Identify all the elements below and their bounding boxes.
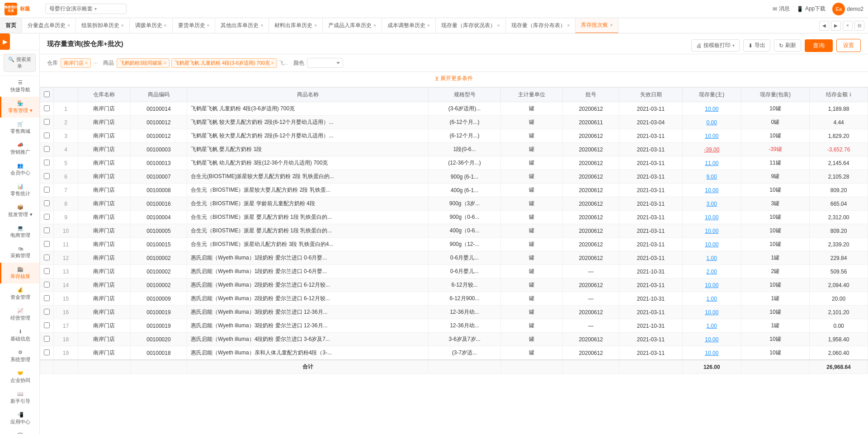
refresh-btn[interactable]: ↻ 刷新 (774, 39, 801, 52)
row-checkbox[interactable] (44, 105, 50, 111)
row-checkbox[interactable] (44, 336, 50, 342)
row-checkbox[interactable] (44, 214, 50, 220)
print-btn[interactable]: 🖨 按模板打印 ▾ (691, 39, 740, 52)
cell-stock-main[interactable]: 1.00 (682, 292, 741, 306)
tabs-menu-btn[interactable]: ⊟ (854, 21, 864, 31)
tab-10[interactable]: 现存量（库存分布表） × (506, 18, 576, 33)
row-checkbox[interactable] (44, 173, 50, 179)
tab-4-close[interactable]: × (207, 23, 210, 28)
sidebar-item-finance[interactable]: 💰 资金管理 (0, 283, 39, 304)
cell-stock-main[interactable]: 1.00 (682, 319, 741, 333)
tabs-prev-btn[interactable]: ◀ (819, 21, 829, 31)
cell-stock-main[interactable]: -39.00 (682, 143, 741, 156)
tab-8-close[interactable]: × (427, 23, 430, 28)
tabs-next-btn[interactable]: ▶ (831, 21, 841, 31)
balance-info-icon[interactable]: ℹ (849, 92, 851, 97)
cell-stock-main[interactable]: 10.00 (682, 102, 741, 116)
row-checkbox[interactable] (44, 255, 50, 260)
product-tag-2-close[interactable]: × (271, 61, 274, 66)
sidebar-item-retail[interactable]: 🏪 零售管理 ▾ (0, 97, 39, 118)
tab-3[interactable]: 调拨单历史 × (130, 18, 173, 33)
app-download-btn[interactable]: 📱 App下载 (797, 5, 826, 13)
export-btn[interactable]: ⬇ 导出 (743, 39, 770, 52)
cell-stock-main[interactable]: 10.00 (682, 211, 741, 224)
company-select[interactable]: 母婴行业演示账套 ▾ (45, 4, 127, 14)
tab-5-close[interactable]: × (260, 23, 263, 28)
cell-stock-main[interactable]: 10.00 (682, 238, 741, 251)
color-select[interactable] (307, 58, 343, 68)
tab-1[interactable]: 分量盘点单历史 × (22, 18, 76, 33)
warehouse-tag-1[interactable]: 南岸门店 × (61, 58, 91, 68)
cell-stock-main[interactable]: 2.00 (682, 265, 741, 278)
sidebar-item-purchase[interactable]: 🛍 采购管理 (0, 242, 39, 263)
tab-6-close[interactable]: × (314, 23, 317, 28)
product-tag-2[interactable]: 飞鹤星飞帆 儿童奶粉 4段(3-6岁适用) 700克 × (171, 58, 277, 68)
sidebar-item-operations[interactable]: 📈 经营管理 (0, 304, 39, 325)
sidebar-item-mall[interactable]: 🛒 零售商城 (0, 118, 39, 138)
cell-stock-main[interactable]: 11.00 (682, 156, 741, 170)
user-area[interactable]: Ea demo2 (832, 3, 863, 15)
row-checkbox[interactable] (44, 160, 50, 165)
row-checkbox[interactable] (44, 322, 50, 328)
settings-btn[interactable]: 设置 (836, 39, 861, 52)
warehouse-tag-1-close[interactable]: × (85, 61, 88, 66)
cell-stock-main[interactable]: 10.00 (682, 184, 741, 197)
product-tag-1-close[interactable]: × (164, 61, 166, 66)
tab-3-close[interactable]: × (164, 23, 167, 28)
tab-9-close[interactable]: × (497, 23, 500, 28)
product-tag-1[interactable]: 飞鹤奶粉3段同罐装 × (117, 58, 170, 68)
row-checkbox[interactable] (44, 241, 50, 247)
sidebar-item-system[interactable]: ⚙ 系统管理 (0, 346, 39, 367)
row-checkbox[interactable] (44, 200, 50, 206)
cell-stock-main[interactable]: 10.00 (682, 224, 741, 238)
row-checkbox[interactable] (44, 309, 50, 315)
tab-11[interactable]: 库存批次账 × (576, 18, 618, 33)
tab-8[interactable]: 成本调整单历史 × (382, 18, 436, 33)
cell-stock-main[interactable]: 0.00 (682, 116, 741, 129)
tab-1-close[interactable]: × (67, 23, 70, 28)
sidebar-item-marketing[interactable]: 📣 营销推广 (0, 138, 39, 159)
tabs-close-btn[interactable]: × (843, 21, 853, 31)
row-checkbox[interactable] (44, 119, 50, 125)
cell-stock-main[interactable]: 10.00 (682, 333, 741, 346)
tab-10-close[interactable]: × (567, 23, 570, 28)
tab-9[interactable]: 现存量（库存状况表） × (436, 18, 506, 33)
sidebar-item-appcenter[interactable]: 📲 应用中心 (0, 408, 39, 429)
row-checkbox[interactable] (44, 146, 50, 152)
cell-stock-main[interactable]: 10.00 (682, 278, 741, 292)
cell-stock-main[interactable]: 9.00 (682, 170, 741, 184)
sidebar-item-ecommerce[interactable]: 💻 电商管理 (0, 222, 39, 242)
tab-11-close[interactable]: × (610, 23, 613, 28)
row-checkbox[interactable] (44, 227, 50, 233)
tab-5[interactable]: 其他出库单历史 × (215, 18, 269, 33)
sidebar-item-basic[interactable]: ℹ 基础信息 (0, 325, 39, 346)
sidebar-item-member[interactable]: 👥 会员中心 (0, 159, 39, 180)
tab-7[interactable]: 产成品入库单历史 × (323, 18, 382, 33)
tab-6[interactable]: 材料出库单历史 × (269, 18, 323, 33)
sidebar-item-collab[interactable]: 🤝 企业协同 (0, 367, 39, 387)
row-checkbox[interactable] (44, 295, 50, 301)
tab-2[interactable]: 组装拆卸单历史 × (76, 18, 130, 33)
sidebar-nav-btn[interactable]: ☰ 快捷导航 (0, 76, 39, 97)
tab-2-close[interactable]: × (121, 23, 124, 28)
expand-btn[interactable]: ⊻ 展开更多条件 (435, 75, 473, 82)
cell-stock-main[interactable]: 10.00 (682, 306, 741, 319)
cell-stock-main[interactable]: 10.00 (682, 346, 741, 360)
select-all-checkbox[interactable] (44, 91, 50, 97)
cell-stock-main[interactable]: 3.00 (682, 197, 741, 211)
search-menu-btn[interactable]: 🔍 搜索菜单 (4, 54, 36, 72)
sidebar-item-inventory[interactable]: 🏬 库存核算 (0, 263, 39, 283)
tab-4[interactable]: 要货单历史 × (173, 18, 216, 33)
query-btn[interactable]: 查询 (805, 39, 833, 52)
row-checkbox[interactable] (44, 187, 50, 193)
row-checkbox[interactable] (44, 282, 50, 288)
sidebar-toggle-btn[interactable]: ▶ (0, 33, 10, 50)
sidebar-item-guide[interactable]: 📖 新手引导 (0, 387, 39, 408)
row-checkbox[interactable] (44, 268, 50, 274)
tab-7-close[interactable]: × (373, 23, 376, 28)
message-btn[interactable]: ✉ 消息 (773, 5, 790, 13)
cell-stock-main[interactable]: 1.00 (682, 251, 741, 265)
row-checkbox[interactable] (44, 349, 50, 355)
row-checkbox[interactable] (44, 132, 50, 138)
sidebar-item-wholesale[interactable]: 📦 批发管理 ▾ (0, 201, 39, 222)
